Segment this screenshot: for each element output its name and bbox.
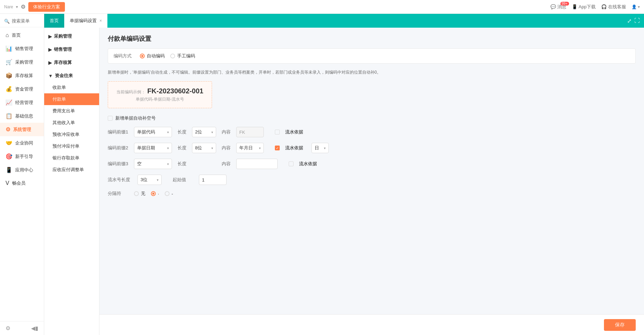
separator-row: 分隔符 无 · - [108, 190, 636, 197]
search-icon: 🔍 [4, 19, 10, 24]
tab-encoding-settings[interactable]: 单据编码设置 × [64, 14, 107, 28]
sidebar-item-app-center[interactable]: 📱 应用中心 [0, 163, 44, 177]
length1-arrow-icon: ▾ [211, 130, 213, 134]
app-download-button[interactable]: 📱 App下载 [572, 4, 596, 10]
start-value-input[interactable] [199, 175, 227, 185]
sub-sidebar-inventory-title[interactable]: ▶ 库存核算 [44, 57, 99, 68]
sub-sidebar-item-bank[interactable]: 银行存取款单 [44, 152, 99, 164]
save-button[interactable]: 保存 [604, 319, 636, 331]
content2-arrow-icon: ▾ [259, 146, 261, 150]
radio-manual-encoding[interactable]: 手工编码 [170, 53, 195, 59]
sub-sidebar-item-payment[interactable]: 付款单 [44, 93, 99, 105]
tab-close-icon[interactable]: × [99, 18, 102, 23]
separator-dot-radio[interactable] [151, 191, 156, 196]
sub-sidebar-group-purchase: ▶ 采购管理 [44, 30, 99, 42]
maximize-icon[interactable]: ⛶ [634, 18, 640, 24]
day-select[interactable]: 日 ▾ [311, 143, 329, 153]
prefix3-select[interactable]: 空 ▾ [134, 159, 172, 169]
flow-number-select[interactable]: 3位 ▾ [137, 175, 162, 185]
sub-sidebar-item-label: 银行存取款单 [52, 155, 79, 160]
sidebar-item-basic-info[interactable]: 📋 基础信息 [0, 109, 44, 123]
sub-sidebar-item-expense[interactable]: 费用支出单 [44, 105, 99, 117]
separator-none-option[interactable]: 无 [134, 190, 145, 197]
sidebar-item-business[interactable]: 📈 经营管理 [0, 96, 44, 109]
flow-depends2-checkbox[interactable]: ✓ [275, 146, 280, 150]
tab-home[interactable]: 首页 [44, 14, 64, 28]
radio-manual-dot[interactable] [170, 54, 175, 58]
sub-sidebar-item-prepay-offset[interactable]: 预收冲应收单 [44, 129, 99, 140]
sub-sidebar-purchase-title[interactable]: ▶ 采购管理 [44, 30, 99, 42]
separator-dash-option[interactable]: - [165, 191, 173, 196]
flow-depends1-checkbox[interactable] [275, 130, 280, 134]
company-name: Nare [4, 4, 13, 9]
sidebar-search[interactable]: 🔍 搜索菜单 [0, 14, 44, 27]
sidebar-item-label: 系统管理 [13, 127, 31, 133]
separator-dash-radio[interactable] [165, 191, 170, 196]
separator-none-radio[interactable] [134, 191, 139, 196]
flow-depends2-label: 流水依据 [285, 145, 303, 151]
content1-input: FK [236, 127, 264, 137]
length1-value: 2位 [195, 129, 202, 135]
preview-code-value: FK-20230602-001 [147, 87, 203, 95]
sidebar-item-finance[interactable]: 💰 资金管理 [0, 82, 44, 96]
sidebar-item-enterprise[interactable]: 🤝 企业协同 [0, 136, 44, 150]
sidebar-search-label: 搜索菜单 [12, 18, 30, 24]
sub-sidebar-item-label: 预付冲应付单 [52, 143, 79, 149]
trial-button[interactable]: 体验行业方案 [28, 2, 65, 12]
sidebar-item-label: 首页 [12, 32, 21, 38]
collapse-icon[interactable]: ◀▮ [31, 325, 38, 332]
separator-dash-label: - [172, 191, 173, 196]
sub-sidebar-item-adjustment[interactable]: 应收应付调整单 [44, 164, 99, 176]
sub-sidebar-group-label: 采购管理 [54, 33, 72, 39]
expand-icon[interactable]: ⤢ [627, 18, 632, 24]
sub-sidebar-group-label: 资金往来 [55, 73, 73, 79]
headset-icon: 🎧 [601, 4, 607, 9]
sidebar-item-label: 库存核算 [15, 73, 33, 79]
sub-sidebar-fund-title[interactable]: ▼ 资金往来 [44, 70, 99, 82]
sub-sidebar-sales-title[interactable]: ▶ 销售管理 [44, 44, 99, 55]
message-button[interactable]: 💬 消息 99+ [550, 4, 566, 10]
sidebar-item-system[interactable]: ⚙ 系统管理 [0, 123, 44, 136]
radio-auto-encoding[interactable]: 自动编码 [140, 53, 165, 59]
flow-depends3-checkbox[interactable] [289, 161, 294, 166]
prefix3-row: 编码前缀3 空 ▾ 长度 ▾ 内容 [108, 159, 636, 169]
content3-input [236, 159, 278, 169]
sidebar-item-home[interactable]: ⌂ 首页 [0, 29, 44, 42]
online-service-button[interactable]: 🎧 在线客服 [601, 4, 626, 10]
online-service-label: 在线客服 [608, 4, 626, 10]
main-content: 付款单编码设置 编码方式 自动编码 手 [99, 28, 644, 314]
sub-sidebar-item-other-income[interactable]: 其他收入单 [44, 117, 99, 129]
new-form-fill-row: 新增单据自动补空号 [108, 115, 636, 121]
flow-number-value: 3位 [141, 177, 147, 183]
prefix1-select[interactable]: 单据代码 ▾ [134, 127, 172, 137]
sidebar-item-guide[interactable]: 🎯 新手引导 [0, 150, 44, 163]
app-download-label: App下载 [579, 4, 596, 10]
length1-select[interactable]: 2位 ▾ [192, 127, 216, 137]
sidebar-item-inventory[interactable]: 📦 库存核算 [0, 69, 44, 82]
sub-sidebar-item-advance-offset[interactable]: 预付冲应付单 [44, 140, 99, 152]
radio-auto-label: 自动编码 [147, 53, 165, 59]
settings-icon[interactable]: ⚙ [21, 3, 26, 10]
length2-select[interactable]: 8位 ▾ [192, 143, 216, 153]
dropdown-arrow-icon[interactable]: ▾ [16, 4, 18, 9]
new-form-fill-checkbox[interactable] [108, 116, 113, 121]
sidebar-item-sales[interactable]: 📊 销售管理 [0, 42, 44, 55]
radio-auto-dot[interactable] [140, 54, 145, 58]
sidebar-item-purchase[interactable]: 🛒 采购管理 [0, 55, 44, 69]
content2-select[interactable]: 年月日 ▾ [236, 143, 264, 153]
user-avatar[interactable]: 👤 ▾ [632, 4, 640, 9]
length2-label: 长度 [177, 145, 186, 151]
sidebar-item-label: 企业协同 [15, 140, 33, 146]
inventory-icon: 📦 [6, 72, 12, 79]
message-icon: 💬 [550, 4, 556, 9]
sidebar-item-vip[interactable]: V 畅会员 [0, 177, 44, 190]
start-value-label: 起始值 [173, 177, 193, 183]
separator-dot-option[interactable]: · [151, 191, 159, 196]
main-layout: 🔍 搜索菜单 ⌂ 首页 📊 销售管理 🛒 采购管理 📦 库存核算 💰 资 [0, 14, 644, 335]
sub-sidebar-item-label: 费用支出单 [52, 108, 75, 113]
sub-sidebar-group-inventory: ▶ 库存核算 [44, 57, 99, 68]
sub-sidebar-item-receipt[interactable]: 收款单 [44, 82, 99, 93]
prefix2-select[interactable]: 单据日期 ▾ [134, 143, 172, 153]
new-form-fill-label: 新增单据自动补空号 [115, 115, 156, 121]
settings-bottom-icon[interactable]: ⚙ [6, 325, 10, 332]
